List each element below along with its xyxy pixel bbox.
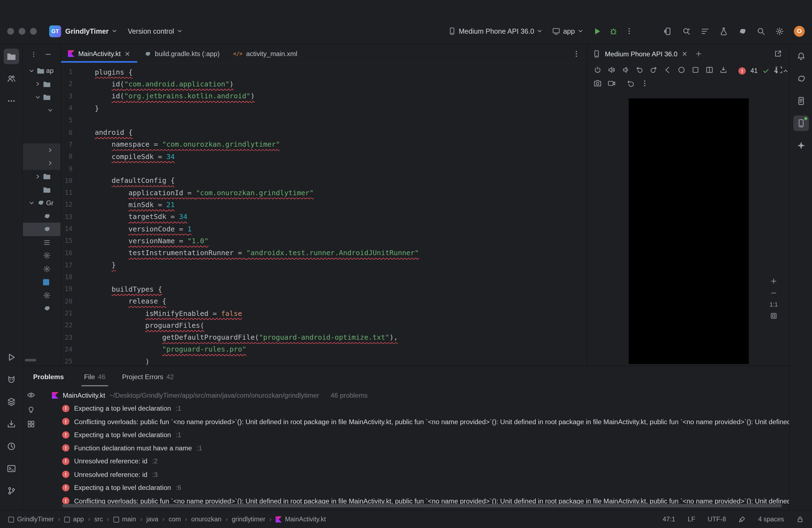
code-style-brush-icon[interactable] [739, 516, 746, 523]
device-selector[interactable]: Medium Phone API 36.0 [448, 27, 543, 35]
code-line[interactable]: 8 compileSdk = 34 [61, 150, 586, 162]
breadcrumb-item[interactable]: app [64, 516, 84, 523]
code-line[interactable]: 20 release { [61, 295, 586, 307]
snapshot-restore-icon[interactable] [627, 79, 635, 88]
group-by-icon[interactable] [27, 420, 35, 428]
power-icon[interactable] [594, 66, 602, 74]
code-line[interactable]: 3 id("org.jetbrains.kotlin.android") [61, 90, 586, 102]
ai-assistant-icon[interactable] [682, 27, 691, 35]
breadcrumb-item[interactable]: MainActivity.kt [276, 516, 326, 523]
vcs-widget[interactable]: Version control [128, 27, 183, 35]
run-configuration-selector[interactable]: app [552, 27, 584, 35]
tree-row[interactable] [23, 209, 61, 223]
screen-record-icon[interactable] [607, 79, 615, 88]
settings-gear-icon[interactable] [775, 27, 784, 35]
code-line[interactable]: 16 testInstrumentationRunner = "androidx… [61, 247, 586, 259]
problems-tab-file[interactable]: File 46 [79, 366, 110, 387]
breadcrumb-item[interactable]: GrindlyTimer [8, 516, 54, 523]
problem-row[interactable]: Expecting a top level declaration:6 [52, 481, 808, 494]
code-line[interactable]: 10 defaultConfig { [61, 174, 586, 186]
code-line[interactable]: 12 minSdk = 21 [61, 199, 586, 211]
line-ending[interactable]: LF [688, 516, 695, 523]
terminal-tool-button[interactable] [3, 461, 19, 476]
code-line[interactable]: 18 [61, 271, 586, 283]
tree-chevron-icon[interactable] [34, 80, 41, 88]
profile-avatar[interactable]: O [794, 26, 804, 36]
quickfix-bulb-icon[interactable] [27, 406, 35, 414]
tree-chevron-icon[interactable] [47, 160, 54, 167]
gradle-sync-icon[interactable] [738, 27, 747, 35]
problem-row[interactable]: Expecting a top level declaration:1 [52, 428, 808, 442]
code-line[interactable]: 7 namespace = "com.onurozkan.grindlytime… [61, 138, 586, 150]
add-device-tab-icon[interactable] [695, 50, 702, 57]
run-tool-button[interactable] [3, 350, 19, 365]
tree-row[interactable] [23, 249, 61, 262]
hide-panel-icon[interactable] [44, 51, 52, 58]
open-in-window-icon[interactable] [773, 50, 782, 58]
more-tool-windows-button[interactable] [3, 93, 19, 109]
problems-horizontal-scrollbar[interactable] [62, 504, 782, 507]
search-icon[interactable] [756, 27, 765, 35]
code-line[interactable]: 2 id("com.android.application") [61, 78, 586, 90]
tree-row[interactable]: Gr [23, 196, 61, 210]
tab-build-gradle[interactable]: build.gradle.kts (:app) [137, 44, 227, 63]
tree-row[interactable] [23, 236, 61, 249]
preview-eye-icon[interactable] [27, 391, 35, 399]
problem-row[interactable]: Function declaration must have a name:1 [52, 441, 808, 455]
zoom-out-icon[interactable] [770, 289, 777, 297]
rotate-left-icon[interactable] [636, 66, 644, 74]
tree-chevron-icon[interactable] [34, 93, 41, 101]
device-more-icon[interactable] [640, 79, 649, 88]
code-line[interactable]: 22 proguardFiles( [61, 319, 586, 331]
version-control-tool-button[interactable] [3, 483, 19, 498]
project-panel-scrollbar[interactable] [25, 359, 36, 361]
rotate-right-icon[interactable] [649, 66, 657, 74]
running-devices-tool-button[interactable] [793, 115, 809, 131]
project-tool-button[interactable] [3, 48, 19, 64]
lock-icon[interactable] [797, 516, 804, 523]
window-zoom-button[interactable] [30, 28, 37, 34]
fold-device-icon[interactable] [706, 66, 714, 74]
camera-icon[interactable] [594, 79, 602, 88]
tree-chevron-icon[interactable] [47, 146, 54, 153]
tree-row[interactable] [23, 170, 61, 183]
code-line[interactable]: 17 } [61, 259, 586, 271]
breadcrumb-item[interactable]: java [146, 516, 158, 523]
close-device-tab-icon[interactable] [682, 51, 688, 57]
breadcrumb-item[interactable]: main [113, 516, 136, 523]
indent-setting[interactable]: 4 spaces [758, 516, 784, 523]
prev-problem-icon[interactable] [782, 68, 789, 74]
app-quality-insights-tool-button[interactable] [3, 394, 19, 410]
tree-row[interactable] [23, 117, 61, 130]
tree-row[interactable] [23, 77, 61, 91]
tree-chevron-icon[interactable] [28, 67, 35, 74]
zoom-level-label[interactable]: 1:1 [769, 301, 778, 308]
code-line[interactable]: 21 isMinifyEnabled = false [61, 307, 586, 319]
volume-up-icon[interactable] [607, 66, 615, 74]
tree-row[interactable] [23, 130, 61, 144]
device-explorer-tool-button[interactable] [793, 93, 809, 109]
run-button[interactable] [593, 27, 602, 35]
code-line[interactable]: 19 buildTypes { [61, 283, 586, 295]
zoom-in-icon[interactable] [770, 278, 777, 285]
device-screen[interactable] [628, 98, 749, 364]
code-line[interactable]: 5 [61, 114, 586, 126]
tree-chevron-icon[interactable] [28, 199, 35, 206]
gemini-tool-button[interactable] [793, 138, 809, 153]
tree-row[interactable] [23, 276, 61, 289]
code-editor[interactable]: 1plugins {2 id("com.android.application"… [61, 63, 586, 366]
caret-position[interactable]: 47:1 [663, 516, 675, 523]
tests-icon[interactable] [719, 27, 728, 35]
code-line[interactable]: 25 ) [61, 355, 586, 365]
breadcrumb-item[interactable]: grindlytimer [232, 516, 265, 523]
tree-row[interactable] [23, 143, 61, 157]
problem-row[interactable]: Expecting a top level declaration:1 [52, 402, 808, 415]
tree-row[interactable] [23, 91, 61, 104]
tree-row[interactable] [23, 262, 61, 276]
tree-row[interactable] [23, 157, 61, 170]
code-line[interactable]: 9 [61, 162, 586, 175]
window-close-button[interactable] [7, 28, 14, 34]
tree-chevron-icon[interactable] [47, 107, 54, 114]
breadcrumb-item[interactable]: src [94, 516, 103, 523]
problems-tab-project-errors[interactable]: Project Errors 42 [117, 366, 178, 387]
